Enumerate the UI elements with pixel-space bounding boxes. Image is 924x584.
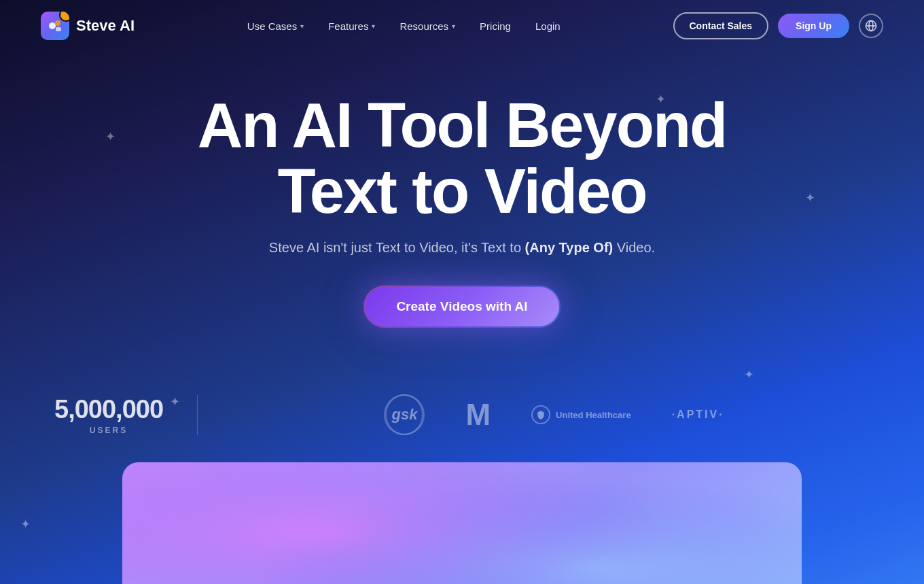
hero-title: An AI Tool Beyond Text to Video <box>14 92 910 224</box>
nav-resources[interactable]: Resources ▾ <box>399 20 455 32</box>
brand-name: Steve AI <box>76 17 135 35</box>
create-videos-button[interactable]: Create Videos with AI <box>365 287 558 326</box>
globe-icon <box>865 20 877 32</box>
hero-background: ✦ ✦ ✦ ✦ ✦ ✦ ✦ Steve AI Use Cases ▾ Featu… <box>0 0 924 584</box>
svg-rect-2 <box>56 27 61 31</box>
mcdonalds-arch: M <box>465 398 491 432</box>
sparkle-7: ✦ <box>20 517 31 532</box>
nav-pricing-label: Pricing <box>480 20 511 32</box>
chevron-down-icon: ▾ <box>300 22 304 30</box>
nav-login-label: Login <box>535 20 561 32</box>
hero-title-line2: Text to Video <box>277 156 646 226</box>
nav-login[interactable]: Login <box>535 20 561 32</box>
nav-features[interactable]: Features ▾ <box>328 20 375 32</box>
svg-point-0 <box>49 22 56 29</box>
united-healthcare-logo: United Healthcare <box>531 405 631 424</box>
logo-icon <box>41 12 69 40</box>
nav-pricing[interactable]: Pricing <box>480 20 511 32</box>
shield-icon <box>536 410 546 419</box>
stats-number: 5,000,000 <box>54 395 163 424</box>
gsk-logo: gsk <box>384 394 425 435</box>
svg-point-1 <box>55 20 60 26</box>
video-decoration <box>122 462 802 584</box>
chevron-down-icon: ▾ <box>372 22 375 30</box>
hero-title-line1: An AI Tool Beyond <box>198 90 727 160</box>
svg-rect-7 <box>122 462 802 584</box>
nav-resources-label: Resources <box>399 20 448 32</box>
logo[interactable]: Steve AI <box>41 12 135 40</box>
nav-features-label: Features <box>328 20 368 32</box>
language-selector[interactable] <box>859 14 883 38</box>
subtitle-highlight: (Any Type Of) <box>525 240 614 255</box>
aptiv-logo: ·APTIV· <box>672 409 724 421</box>
aptiv-text: ·APTIV· <box>672 409 724 421</box>
mcdonalds-logo: M <box>465 398 491 432</box>
sign-up-button[interactable]: Sign Up <box>778 14 849 38</box>
united-icon <box>531 405 550 424</box>
hero-section: An AI Tool Beyond Text to Video Steve AI… <box>0 52 924 354</box>
subtitle-suffix: Video. <box>613 240 655 255</box>
hero-subtitle: Steve AI isn't just Text to Video, it's … <box>14 240 910 256</box>
partner-logos: gsk M United Healthcare ·APTIV· <box>198 394 870 435</box>
sparkle-3: ✦ <box>744 367 754 382</box>
contact-sales-button[interactable]: Contact Sales <box>673 12 769 39</box>
united-text: United Healthcare <box>556 410 631 420</box>
navbar: Steve AI Use Cases ▾ Features ▾ Resource… <box>0 0 924 52</box>
nav-actions: Contact Sales Sign Up <box>673 12 883 39</box>
nav-use-cases-label: Use Cases <box>247 20 297 32</box>
video-preview-inner <box>122 462 802 584</box>
stats-block: 5,000,000 USERS <box>54 395 198 435</box>
stats-logos-section: 5,000,000 USERS gsk M United He <box>0 394 924 435</box>
nav-use-cases[interactable]: Use Cases ▾ <box>247 20 304 32</box>
logo-svg <box>47 18 63 34</box>
chevron-down-icon: ▾ <box>452 22 455 30</box>
nav-links: Use Cases ▾ Features ▾ Resources ▾ Prici… <box>247 20 561 32</box>
subtitle-prefix: Steve AI isn't just Text to Video, it's … <box>269 240 525 255</box>
video-preview[interactable] <box>122 462 802 584</box>
stats-label: USERS <box>90 426 128 435</box>
